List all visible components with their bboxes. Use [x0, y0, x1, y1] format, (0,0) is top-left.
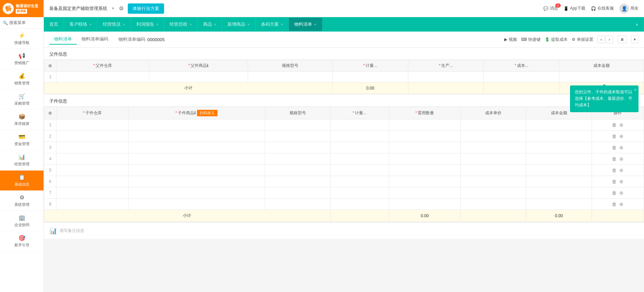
tab-barcode[interactable]: 条码方案 ×	[256, 18, 289, 31]
delete-icon[interactable]: 🗑	[612, 179, 617, 184]
tab-bom-close[interactable]: ×	[314, 22, 316, 26]
copy-icon[interactable]: ⊕	[619, 133, 623, 139]
child-row-1-goods[interactable]	[128, 119, 265, 131]
tab-ops-status-close[interactable]: ×	[123, 22, 125, 26]
child-row-5-action: 🗑⊕	[592, 165, 644, 176]
child-subtotal-qty: 0.00	[389, 210, 461, 222]
tab-barcode-close[interactable]: ×	[281, 22, 283, 26]
sidebar-item-purchase[interactable]: 🛒 采购管理	[0, 90, 44, 110]
parent-cost-amount-cell[interactable]	[559, 72, 644, 82]
quick-nav-icon: ⚡	[18, 32, 25, 39]
delete-icon[interactable]: 🗑	[612, 167, 617, 173]
marketing-icon: 📢	[18, 52, 25, 59]
delete-icon[interactable]: 🗑	[612, 190, 617, 196]
copy-icon[interactable]: ⊕	[619, 167, 623, 173]
tab-ops-history-close[interactable]: ×	[189, 22, 191, 26]
parent-warehouse-cell[interactable]	[57, 72, 149, 82]
child-row-6-action: 🗑⊕	[592, 176, 644, 187]
delete-icon[interactable]: 🗑	[612, 145, 617, 150]
sidebar-item-basic-info[interactable]: 📋 基础信息	[0, 171, 44, 191]
breadcrumb-tab-bom-list[interactable]: 物料清单	[49, 34, 77, 45]
parent-table-row: 1	[44, 72, 644, 82]
breadcrumb-tab-bom-code[interactable]: 物料清单编码	[77, 34, 113, 45]
copy-icon[interactable]: ⊕	[619, 179, 623, 184]
th-parent-gear[interactable]: ⚙	[44, 60, 57, 72]
child-row-7-action: 🗑⊕	[592, 187, 644, 199]
delete-icon[interactable]: 🗑	[612, 133, 617, 139]
nav-tabs: 首页 客户联络 × 经营情况 × 利润报告 × 经营历程 × 商品 × 新增商品…	[44, 17, 644, 32]
sidebar-item-system[interactable]: ⚙ 系统管理	[0, 191, 44, 211]
copy-icon[interactable]: ⊕	[619, 190, 623, 196]
parent-table-header: ⚙ *父件仓库 *父件商品ℹ 规格型号 *计量... *生产...	[44, 60, 644, 72]
parent-goods-cell[interactable]	[149, 72, 248, 82]
parent-unit-cell[interactable]	[333, 72, 408, 82]
sidebar-item-quick-nav[interactable]: ⚡ 快捷导航	[0, 29, 44, 49]
tab-ops-history[interactable]: 经营历程 ×	[164, 18, 197, 31]
sidebar-item-inventory[interactable]: 📦 库存核算	[0, 110, 44, 130]
copy-icon[interactable]: ⊕	[619, 156, 623, 162]
dropdown-arrow-icon[interactable]: ▼	[111, 7, 115, 10]
delete-icon[interactable]: 🗑	[612, 156, 617, 162]
child-row-1-unit[interactable]	[330, 119, 389, 131]
tab-customer-close[interactable]: ×	[89, 22, 91, 26]
child-row-1-cost-price[interactable]	[461, 119, 526, 131]
child-row-1-spec[interactable]	[265, 119, 330, 131]
tab-customer[interactable]: 客户联络 ×	[64, 18, 97, 31]
delete-icon[interactable]: 🗑	[612, 122, 617, 128]
tab-goods[interactable]: 商品 ×	[198, 18, 222, 31]
search-menu[interactable]: 🔍 搜索菜单	[0, 17, 44, 29]
sales-icon: 💰	[18, 73, 25, 79]
user-action[interactable]: 👤 用友	[619, 4, 639, 13]
sidebar-item-guide[interactable]: 🎯 新手引导	[0, 231, 44, 252]
parent-section: 父件信息 ⚙ *父件仓库 *父件商品ℹ 规格型号 *计量...	[44, 48, 644, 94]
child-row-8-num: 8	[44, 199, 57, 210]
sidebar-item-sales[interactable]: 💰 销售管理	[0, 69, 44, 90]
single-settings-action[interactable]: ⚙ 单据设置	[572, 37, 593, 43]
brand-logo: 畅 畅通诸好生意 标准版	[0, 0, 44, 17]
video-action[interactable]: ▶ 视频	[504, 37, 517, 43]
close-page-btn[interactable]: ×	[631, 36, 639, 43]
th-child-gear[interactable]: ⚙	[44, 107, 57, 119]
child-row-1-cost-amount[interactable]	[526, 119, 592, 131]
copy-icon[interactable]: ⊕	[619, 122, 623, 128]
delete-icon[interactable]: 🗑	[612, 201, 617, 207]
copy-icon[interactable]: ⊕	[619, 201, 623, 207]
page-content: × 您的父件、子件的成本取值可以选择【参考成本、最新进价、平均成本】 父件信息 …	[44, 48, 644, 292]
sidebar-item-corp[interactable]: 🏢 企业协同	[0, 211, 44, 231]
parent-subtotal-empty1	[408, 82, 484, 94]
shortcut-action[interactable]: ⌨ 快捷键	[521, 37, 541, 43]
prev-btn[interactable]: ‹	[597, 36, 605, 43]
child-row-1-warehouse[interactable]	[57, 119, 128, 131]
menu-toggle-btn[interactable]: ≡	[617, 36, 627, 43]
tab-bom[interactable]: 物料清单 ×	[289, 18, 322, 31]
parent-production-cell[interactable]	[408, 72, 484, 82]
child-row-1-action: 🗑⊕	[592, 119, 644, 131]
parent-cost-cell[interactable]	[484, 72, 559, 82]
parent-spec-cell[interactable]	[248, 72, 333, 82]
sidebar-item-finance[interactable]: 💳 资金管理	[0, 130, 44, 150]
copy-icon[interactable]: ⊕	[619, 145, 623, 150]
online-service-action[interactable]: 🎧 在线客服	[591, 5, 614, 11]
tab-profit-close[interactable]: ×	[156, 22, 158, 26]
sidebar-item-marketing[interactable]: 📢 营销推广	[0, 49, 44, 69]
tab-profit[interactable]: 利润报告 ×	[131, 18, 164, 31]
settings-icon[interactable]: ⚙	[119, 5, 124, 12]
single-settings-icon: ⚙	[572, 37, 575, 42]
scan-input-btn[interactable]: 扫码录入	[197, 110, 218, 116]
trial-button[interactable]: 体验行业方案	[128, 3, 164, 14]
extract-cost-action[interactable]: 💲 提取成本	[545, 37, 568, 43]
app-download-action[interactable]: 📱 App下载	[564, 5, 585, 11]
sidebar-item-operations[interactable]: 📊 经营管理	[0, 150, 44, 171]
message-action[interactable]: 💬 消息 6	[543, 5, 558, 11]
tab-home[interactable]: 首页	[44, 18, 64, 31]
tab-goods-close[interactable]: ×	[214, 22, 216, 26]
tab-ops-status[interactable]: 经营情况 ×	[97, 18, 131, 31]
avatar: 👤	[619, 4, 629, 13]
tab-add-goods-close[interactable]: ×	[247, 22, 249, 26]
tooltip-close-btn[interactable]: ×	[634, 87, 636, 93]
next-btn[interactable]: ›	[606, 36, 613, 43]
child-row-1-qty[interactable]	[389, 119, 461, 131]
message-icon: 💬	[543, 6, 548, 11]
tab-add-goods[interactable]: 新增商品 ×	[222, 18, 255, 31]
tab-close-all[interactable]: ×	[630, 19, 644, 31]
